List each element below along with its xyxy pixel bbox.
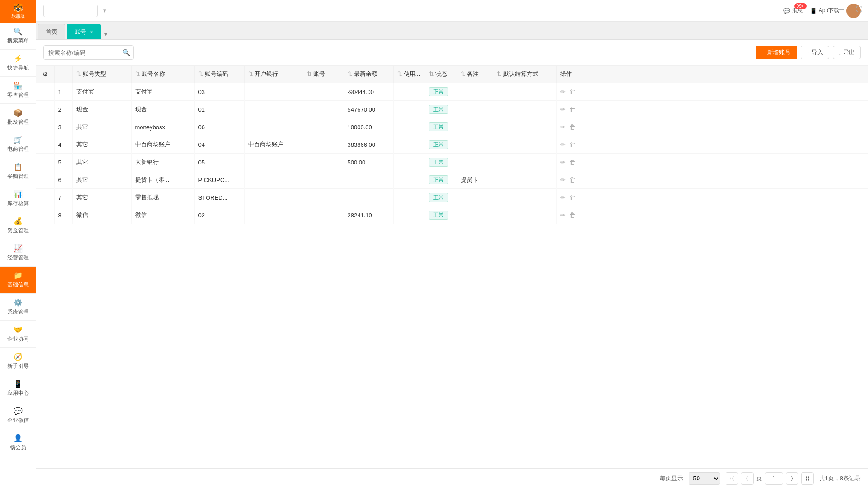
export-button[interactable]: ↓ 导出 — [833, 46, 861, 59]
action-buttons: ✏ 🗑 — [560, 123, 864, 131]
cell-default-pay — [493, 154, 556, 171]
sidebar-item-purchase[interactable]: 📋采购管理 — [0, 158, 36, 185]
sidebar-item-finance[interactable]: 💰资金管理 — [0, 212, 36, 239]
col-bank[interactable]: ⇅开户银行 — [244, 66, 303, 83]
tab-close-button[interactable]: × — [90, 29, 93, 35]
next-page-button[interactable]: ⟩ — [786, 472, 798, 485]
prev-page-button[interactable]: ⟨ — [741, 472, 754, 485]
delete-button[interactable]: 🗑 — [569, 141, 576, 148]
sort-icon-5: ⇅ — [307, 70, 312, 77]
col-remark[interactable]: ⇅备注 — [457, 66, 493, 83]
cell-code: 04 — [194, 136, 244, 154]
sidebar-item-search[interactable]: 🔍搜索菜单 — [0, 23, 36, 50]
sort-icon-7: ⇅ — [397, 70, 402, 77]
col-balance[interactable]: ⇅最新余额 — [344, 66, 393, 83]
cell-account — [303, 136, 344, 154]
maximize-button[interactable]: ⛶ — [850, 0, 868, 18]
sidebar-item-appcenter[interactable]: 📱应用中心 — [0, 375, 36, 402]
dropdown-arrow-icon[interactable]: ▾ — [103, 7, 106, 14]
main-area: ▾ 💬 消息 99+ 📱 App下载 首页 账号 × ▾ — ⛶ — [36, 0, 868, 488]
col-default-pay[interactable]: ⇅默认结算方式 — [493, 66, 556, 83]
cell-account — [303, 189, 344, 206]
delete-button[interactable]: 🗑 — [569, 88, 576, 95]
app-logo: 🐯 乐惠版 — [0, 0, 36, 23]
page-input[interactable] — [765, 472, 783, 485]
sidebar-item-guide[interactable]: 🧭新手引导 — [0, 348, 36, 375]
agreement-icon: 🤝 — [14, 325, 23, 334]
edit-button[interactable]: ✏ — [560, 106, 566, 113]
cell-usage — [393, 189, 425, 206]
sort-icon-9: ⇅ — [461, 70, 466, 77]
edit-button[interactable]: ✏ — [560, 88, 566, 95]
col-settings[interactable]: ⚙ — [36, 66, 54, 83]
cell-type: 其它 — [72, 118, 131, 136]
cell-account — [303, 206, 344, 224]
cell-type: 支付宝 — [72, 83, 131, 101]
col-type[interactable]: ⇅账号类型 — [72, 66, 131, 83]
sidebar-item-wholesale[interactable]: 📦批发管理 — [0, 104, 36, 131]
per-page-label: 每页显示 — [660, 474, 683, 483]
sidebar-item-member[interactable]: 👤畅会员 — [0, 429, 36, 456]
sidebar-item-agreement[interactable]: 🤝企业协同 — [0, 321, 36, 348]
cell-settings — [36, 118, 54, 136]
last-page-button[interactable]: ⟩⟩ — [801, 472, 814, 485]
delete-button[interactable]: 🗑 — [569, 194, 576, 201]
sidebar-item-system[interactable]: ⚙️系统管理 — [0, 294, 36, 321]
add-account-button[interactable]: + 新增账号 — [756, 46, 797, 59]
delete-button[interactable]: 🗑 — [569, 106, 576, 113]
cell-ops: ✏ 🗑 — [556, 171, 868, 189]
status-badge: 正常 — [429, 175, 448, 184]
sidebar-item-ecom[interactable]: 🛒电商管理 — [0, 131, 36, 158]
edit-button[interactable]: ✏ — [560, 159, 566, 166]
tab-home[interactable]: 首页 — [38, 24, 65, 39]
messages-button[interactable]: 💬 消息 99+ — [783, 7, 803, 14]
sidebar-item-basic[interactable]: 📁基础信息 — [0, 267, 36, 294]
col-num — [54, 66, 72, 83]
col-account[interactable]: ⇅账号 — [303, 66, 344, 83]
sidebar-label-guide: 新手引导 — [7, 362, 29, 370]
delete-button[interactable]: 🗑 — [569, 211, 576, 219]
import-button[interactable]: ↑ 导入 — [801, 46, 829, 59]
col-status[interactable]: ⇅状态 — [425, 66, 457, 83]
cell-usage — [393, 171, 425, 189]
minimize-button[interactable]: — — [832, 0, 850, 18]
sidebar-item-inventory[interactable]: 📊库存核算 — [0, 185, 36, 212]
status-badge: 正常 — [429, 193, 448, 202]
cell-type: 其它 — [72, 171, 131, 189]
edit-button[interactable]: ✏ — [560, 211, 566, 219]
cell-remark — [457, 136, 493, 154]
delete-button[interactable]: 🗑 — [569, 159, 576, 166]
edit-button[interactable]: ✏ — [560, 194, 566, 201]
search-input[interactable] — [43, 45, 134, 60]
first-page-button[interactable]: ⟨⟨ — [726, 472, 738, 485]
cell-remark — [457, 118, 493, 136]
cell-num: 2 — [54, 101, 72, 118]
per-page-select[interactable]: 50 20 100 — [689, 472, 720, 485]
delete-button[interactable]: 🗑 — [569, 123, 576, 131]
top-search-input[interactable] — [43, 5, 98, 17]
edit-button[interactable]: ✏ — [560, 123, 566, 131]
sidebar-item-quick[interactable]: ⚡快捷导航 — [0, 50, 36, 77]
col-usage[interactable]: ⇅使用... — [393, 66, 425, 83]
sidebar-item-wechat[interactable]: 💬企业微信 — [0, 402, 36, 429]
tab-account[interactable]: 账号 × — [67, 24, 101, 39]
toolbar-left: 🔍 — [43, 45, 134, 60]
cell-ops: ✏ 🗑 — [556, 83, 868, 101]
sidebar-item-retail[interactable]: 🏪零售管理 — [0, 77, 36, 104]
delete-button[interactable]: 🗑 — [569, 176, 576, 183]
col-name[interactable]: ⇅账号名称 — [131, 66, 194, 83]
tab-expand-button[interactable]: ▾ — [103, 29, 109, 39]
col-code[interactable]: ⇅账号编码 — [194, 66, 244, 83]
cell-num: 6 — [54, 171, 72, 189]
sidebar-label-appcenter: 应用中心 — [7, 389, 29, 397]
tab-home-label: 首页 — [46, 28, 57, 36]
toolbar-right: + 新增账号 ↑ 导入 ↓ 导出 — [756, 46, 861, 59]
sidebar-item-operations[interactable]: 📈经营管理 — [0, 239, 36, 267]
edit-button[interactable]: ✏ — [560, 176, 566, 183]
edit-button[interactable]: ✏ — [560, 141, 566, 148]
sidebar-label-ecom: 电商管理 — [7, 145, 29, 153]
search-icon[interactable]: 🔍 — [123, 49, 130, 56]
action-buttons: ✏ 🗑 — [560, 88, 864, 95]
cell-name: 大新银行 — [131, 154, 194, 171]
sidebar-label-purchase: 采购管理 — [7, 173, 29, 180]
